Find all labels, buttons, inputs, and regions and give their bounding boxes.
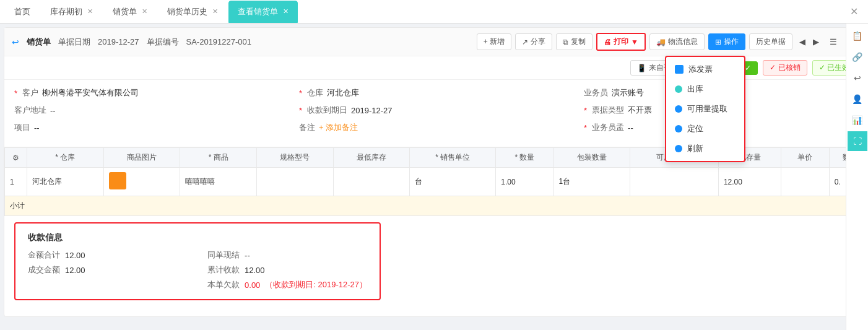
row-seq: 1 [5, 168, 27, 196]
project-field: 项目 -- [14, 122, 284, 133]
subtotal-row: 小计 [5, 196, 864, 216]
payment-section: 收款信息 金额合计 12.00 同单现结 -- 成交金额 12.00 累计收款 … [4, 216, 864, 316]
print-label: 打印 [614, 37, 628, 47]
row-spec [257, 168, 334, 196]
share-label: 分享 [531, 37, 545, 47]
col-pkg-qty: 包装数量 [553, 148, 630, 168]
ticket-type-value: 不开票 [628, 105, 652, 116]
tab-sales-order[interactable]: 销货单 ✕ [103, 1, 157, 23]
operations-label: 操作 [724, 37, 739, 47]
operations-dropdown-container: ⊞ 操作 添发票 出库 可用量提取 [708, 33, 745, 50]
tab-view-sales-close[interactable]: ✕ [283, 7, 289, 15]
staff-label: 业务员 [584, 87, 608, 98]
amount-total-label: 金额合计 [28, 250, 60, 261]
check-icon: ✓ [745, 64, 751, 72]
share-icon: ↗ [522, 38, 528, 46]
doc-number-value: SA-20191227-001 [186, 37, 252, 46]
tab-inventory-init-label: 库存期初 [50, 6, 82, 17]
current-due-value: 0.00 [245, 280, 260, 290]
locate-icon [675, 125, 682, 132]
customer-value[interactable]: 柳州粤港平安气体有限公司 [42, 87, 139, 98]
customer-star: * [14, 89, 17, 98]
doc-title-area: ↩ 销货单 单据日期 2019-12-27 单据编号 SA-20191227-0… [12, 37, 251, 48]
sidebar-btn-expand[interactable]: ⛶ [848, 131, 867, 151]
address-label: 客户地址 [14, 105, 46, 116]
new-button[interactable]: + 新增 [477, 33, 511, 50]
col-warehouse: * 仓库 [27, 148, 104, 168]
prev-arrow[interactable]: ◀ [796, 35, 809, 48]
add-invoice-label: 添发票 [688, 64, 713, 75]
print-dropdown-container: 🖨 打印 ▼ [596, 33, 646, 51]
dropdown-add-invoice[interactable]: 添发票 [666, 59, 744, 79]
row-pkg-qty: 1台 [553, 168, 630, 196]
col-spec: 规格型号 [257, 148, 334, 168]
project-label: 项目 [14, 122, 30, 133]
payment-grid: 金额合计 12.00 同单现结 -- 成交金额 12.00 累计收款 12.00… [28, 250, 367, 290]
list-view-icon[interactable]: ☰ [826, 35, 841, 48]
sidebar-btn-5[interactable]: 📊 [848, 110, 867, 130]
col-settings[interactable]: ⚙ [5, 148, 27, 168]
operations-icon: ⊞ [715, 38, 721, 46]
main-area: ↩ 销货单 单据日期 2019-12-27 单据编号 SA-20191227-0… [4, 27, 864, 317]
due-date-star: * [299, 106, 302, 115]
operations-button[interactable]: ⊞ 操作 [708, 33, 745, 50]
table-row: 1 河北仓库 嘻嘻嘻嘻 台 1.00 1台 12.00 0. [5, 168, 864, 196]
dropdown-refresh[interactable]: 刷新 [666, 139, 744, 158]
transaction-amount-row: 成交金额 12.00 [28, 264, 188, 276]
col-price: 单价 [781, 148, 829, 168]
print-arrow-icon: ▼ [631, 38, 638, 46]
address-value: -- [50, 106, 56, 115]
same-order-label: 同单现结 [207, 250, 240, 261]
operations-dropdown-menu: 添发票 出库 可用量提取 定位 [665, 56, 745, 162]
due-note: （收款到期日: 2019-12-27） [265, 279, 367, 290]
warehouse-field: * 仓库 河北仓库 [299, 87, 569, 98]
col-product: * 商品 [180, 148, 257, 168]
next-arrow[interactable]: ▶ [810, 35, 822, 48]
warehouse-value[interactable]: 河北仓库 [327, 87, 359, 98]
logistics-button[interactable]: 🚚 物流信息 [649, 33, 705, 50]
dropdown-locate[interactable]: 定位 [666, 119, 744, 139]
add-note-button[interactable]: 添加备注 [319, 122, 358, 133]
print-button[interactable]: 🖨 打印 ▼ [596, 33, 646, 51]
document-header: ↩ 销货单 单据日期 2019-12-27 单据编号 SA-20191227-0… [4, 28, 864, 56]
tab-inventory-init-close[interactable]: ✕ [87, 7, 93, 15]
dropdown-outbound[interactable]: 出库 [666, 79, 744, 99]
row-qty: 1.00 [496, 168, 553, 196]
tab-sales-order-close[interactable]: ✕ [142, 7, 147, 15]
sidebar-btn-2[interactable]: 🔗 [848, 47, 867, 67]
due-date-field: * 收款到期日 2019-12-27 [299, 105, 569, 116]
window-close-button[interactable]: ✕ [845, 3, 863, 20]
cumulative-value: 12.00 [245, 266, 265, 275]
tab-sales-history-label: 销货单历史 [167, 6, 207, 17]
right-sidebar: 📋 🔗 ↩ 👤 📊 ⛶ [846, 24, 868, 321]
customer-field: * 客户 柳州粤港平安气体有限公司 [14, 87, 284, 98]
warehouse-star: * [299, 89, 302, 98]
tab-home-label: 首页 [14, 6, 30, 17]
tab-inventory-init[interactable]: 库存期初 ✕ [41, 1, 102, 23]
tab-home[interactable]: 首页 [5, 1, 40, 23]
copy-icon: ⧉ [563, 38, 568, 46]
copy-button[interactable]: ⧉ 复制 [556, 33, 592, 50]
share-button[interactable]: ↗ 分享 [515, 33, 552, 50]
tab-sales-history[interactable]: 销货单历史 ✕ [158, 1, 227, 23]
sidebar-btn-1[interactable]: 📋 [848, 26, 867, 46]
history-button[interactable]: 历史单据 [749, 33, 792, 50]
dropdown-available-qty[interactable]: 可用量提取 [666, 99, 744, 119]
history-label: 历史单据 [756, 37, 786, 47]
product-image [109, 172, 126, 189]
sidebar-btn-4[interactable]: 👤 [848, 89, 867, 109]
sidebar-btn-3[interactable]: ↩ [848, 68, 867, 88]
due-date-label: 收款到期日 [307, 105, 347, 116]
row-price [781, 168, 829, 196]
cumulative-row: 累计收款 12.00 [207, 264, 367, 276]
mobile-icon: 📱 [637, 64, 646, 72]
staff-value: 演示账号 [612, 87, 644, 98]
salesperson-star: * [584, 123, 587, 132]
tab-view-sales[interactable]: 查看销货单 ✕ [228, 1, 298, 23]
doc-type-label: 销货单 [27, 37, 51, 48]
amount-total-value: 12.00 [65, 251, 85, 260]
row-warehouse: 河北仓库 [27, 168, 104, 196]
subtotal-label: 小计 [5, 196, 864, 216]
tab-sales-history-close[interactable]: ✕ [212, 7, 218, 15]
doc-date-label: 单据日期 [58, 37, 90, 48]
